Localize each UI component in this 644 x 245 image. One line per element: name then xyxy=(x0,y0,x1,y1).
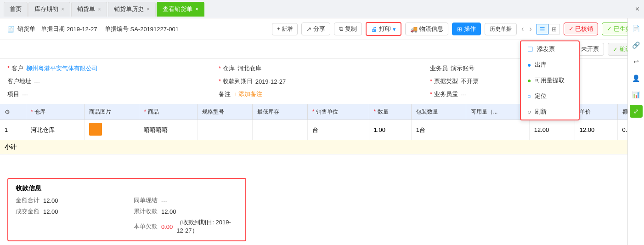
current-due-row: 本单欠款 0.00 （收款到期日: 2019-12-27） xyxy=(134,218,238,235)
row-stock: 12.00 xyxy=(529,120,575,140)
col-product-img: 商品图片 xyxy=(84,104,139,120)
due-date-row: 收款到期日 2019-12-27 xyxy=(219,77,425,85)
col-spec: 规格型号 xyxy=(198,104,253,120)
add-note-button[interactable]: + 添加备注 xyxy=(233,90,262,98)
doc-date-value: 2019-12-27 xyxy=(67,26,97,33)
doc-title: 🧾 销货单 xyxy=(7,25,35,33)
ticket-type-value: 不开票 xyxy=(461,77,479,85)
warehouse-value: 河北仓库 xyxy=(237,64,261,73)
right-sidebar: 📄 🔗 ↩ 👤 📊 ⤢ xyxy=(627,18,644,245)
row-sales-unit: 台 xyxy=(307,120,369,140)
project-label: 项目 xyxy=(7,90,19,98)
address-row: 客户地址 --- xyxy=(7,77,214,85)
project-row: 项目 --- xyxy=(7,90,214,98)
due-date-label: 收款到期日 xyxy=(219,77,253,85)
warehouse-row: 仓库 河北仓库 xyxy=(219,64,425,73)
col-warehouse: 仓库 xyxy=(26,104,84,120)
close-tab-1[interactable]: × xyxy=(61,6,64,12)
row-no: 1 xyxy=(0,120,26,140)
staff2-label: 业务员孟 xyxy=(430,90,458,98)
total-value: 12.00 xyxy=(43,197,58,204)
sidebar-icon-link[interactable]: 🔗 xyxy=(630,39,643,51)
ticket-type-label: 票据类型 xyxy=(430,77,458,85)
transaction-label: 成交金额 xyxy=(16,207,40,216)
print-button[interactable]: 🖨 打印 ▾ xyxy=(366,22,401,36)
doc-number-value: SA-20191227-001 xyxy=(130,26,179,33)
tab-inventory-init[interactable]: 库存期初 × xyxy=(28,2,70,17)
subtotal-row: 小计 xyxy=(0,140,644,154)
cancelled-badge: ✓ 已核销 xyxy=(564,23,599,35)
cumulative-value: 12.00 xyxy=(161,208,176,215)
tab-sales-order[interactable]: 销货单 × xyxy=(71,2,107,17)
staff-value: 演示账号 xyxy=(451,64,475,73)
row-quantity: 1.00 xyxy=(369,120,411,140)
customer-row: 客户 柳州粤港平安气体有限公司 xyxy=(7,64,214,73)
settings-icon[interactable]: ⚙ xyxy=(5,108,10,115)
nav-prev[interactable]: ‹ xyxy=(520,24,525,34)
col-settings[interactable]: ⚙ xyxy=(0,104,26,120)
add-invoice-item[interactable]: ☐ 添发票 xyxy=(521,41,579,57)
transaction-row: 成交金额 12.00 xyxy=(16,207,120,216)
project-value: --- xyxy=(22,91,28,98)
share-button[interactable]: ↗ 分享 xyxy=(301,23,330,35)
available-qty-item[interactable]: ● 可用量提取 xyxy=(521,73,579,88)
sidebar-icon-chart[interactable]: 📊 xyxy=(630,88,643,101)
add-invoice-icon: ☐ xyxy=(527,46,533,53)
same-settlement-value: --- xyxy=(161,197,167,204)
note-label: 备注 xyxy=(219,90,231,98)
print-dropdown-arrow[interactable]: ▾ xyxy=(393,26,396,33)
history-button[interactable]: 历史单据 xyxy=(485,23,517,35)
tab-home[interactable]: 首页 xyxy=(4,2,28,17)
sidebar-icon-user[interactable]: 👤 xyxy=(630,72,643,85)
view-list-btn[interactable]: ☰ xyxy=(537,24,548,34)
row-pack-qty: 1台 xyxy=(411,120,466,140)
print-icon: 🖨 xyxy=(371,26,377,33)
close-tab-3[interactable]: × xyxy=(147,6,150,12)
nav-next[interactable]: › xyxy=(528,24,532,34)
new-button[interactable]: + 新增 xyxy=(272,23,298,35)
summary-title: 收款信息 xyxy=(16,184,238,193)
row-spec xyxy=(198,120,253,140)
row-product: 嘻嘻嘻嘻 xyxy=(139,120,198,140)
sidebar-icon-return[interactable]: ↩ xyxy=(630,55,643,68)
check-icon: ✓ xyxy=(613,46,618,53)
close-tab-4[interactable]: × xyxy=(195,6,198,12)
doc-title-text: 销货单 xyxy=(17,25,35,33)
same-settlement-row: 同单现结 --- xyxy=(134,196,238,205)
cumulative-label: 累计收款 xyxy=(134,207,158,216)
due-date-value: 2019-12-27 xyxy=(255,78,286,85)
address-label: 客户地址 xyxy=(7,77,31,85)
address-value: --- xyxy=(34,78,40,85)
staff-label: 业务员 xyxy=(430,64,448,73)
view-grid-btn[interactable]: ⊞ xyxy=(548,24,560,34)
tab-sales-history[interactable]: 销货单历史 × xyxy=(108,2,156,17)
row-available xyxy=(466,120,529,140)
doc-number-label: 单据编号 SA-20191227-001 xyxy=(105,25,179,33)
close-tab-2[interactable]: × xyxy=(98,6,101,12)
total-label: 金额合计 xyxy=(16,196,40,205)
operation-icon: ⊞ xyxy=(457,26,462,33)
col-sales-unit: 销售单位 xyxy=(307,104,369,120)
operation-dropdown: ☐ 添发票 ● 出库 ● 可用量提取 ○ 定位 ○ 刷新 xyxy=(520,40,580,120)
logistics-icon: 🚚 xyxy=(410,26,418,33)
doc-header: 🧾 销货单 单据日期 2019-12-27 单据编号 SA-20191227-0… xyxy=(0,18,644,40)
refresh-item[interactable]: ○ 刷新 xyxy=(521,104,579,120)
copy-icon: ⧉ xyxy=(339,25,343,33)
warehouse-label: 仓库 xyxy=(219,64,235,73)
window-close-button[interactable]: × xyxy=(635,5,639,13)
summary-section: 收款信息 金额合计 12.00 同单现结 --- 成交金额 12.00 累计收款… xyxy=(7,178,246,241)
available-qty-icon: ● xyxy=(527,77,531,84)
note-row: 备注 + 添加备注 xyxy=(219,90,425,98)
tab-bar: 首页 库存期初 × 销货单 × 销货单历史 × 查看销货单 × × xyxy=(0,0,644,18)
sidebar-icon-expand[interactable]: ⤢ xyxy=(630,105,643,118)
operation-button[interactable]: ⊞ 操作 xyxy=(452,23,481,35)
outbound-icon: ● xyxy=(527,61,531,68)
total-row: 金额合计 12.00 xyxy=(16,196,120,205)
location-item[interactable]: ○ 定位 xyxy=(521,88,579,104)
sidebar-icon-doc[interactable]: 📄 xyxy=(630,22,643,35)
logistics-button[interactable]: 🚚 物流信息 xyxy=(405,23,448,35)
tab-view-sales[interactable]: 查看销货单 × xyxy=(157,2,204,17)
outbound-item[interactable]: ● 出库 xyxy=(521,57,579,73)
copy-button[interactable]: ⧉ 复制 xyxy=(334,23,362,35)
customer-value[interactable]: 柳州粤港平安气体有限公司 xyxy=(26,64,98,73)
